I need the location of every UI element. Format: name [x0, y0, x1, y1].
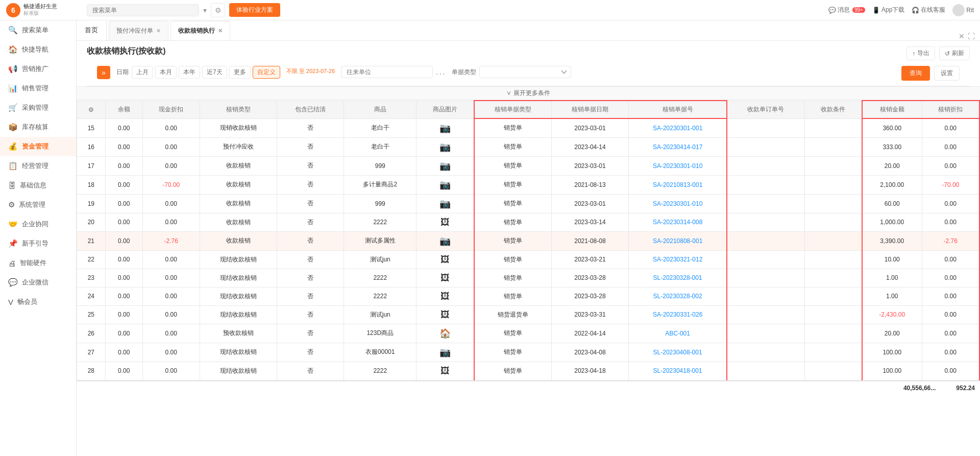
sidebar-item-label: 畅会员: [17, 297, 37, 306]
sidebar-item-basic-info[interactable]: 🗄 基础信息: [0, 176, 76, 195]
date-btn-more[interactable]: 更多: [229, 66, 251, 79]
export-button[interactable]: ↑ 导出: [906, 46, 935, 60]
voucher-link[interactable]: SA-20230314-008: [653, 219, 702, 226]
cell-cancel-voucher-no[interactable]: ABC-001: [628, 324, 727, 343]
cell-cancel-voucher-no[interactable]: SL-20230418-001: [628, 362, 727, 380]
sidebar-item-biz[interactable]: 📋 经营管理: [0, 156, 76, 176]
top-bar-middle: ▾ ⚙ 体验行业方案: [87, 3, 824, 17]
sidebar-item-vip[interactable]: V 畅会员: [0, 292, 76, 311]
voucher-link[interactable]: ABC-001: [665, 330, 690, 337]
voucher-link[interactable]: SA-20230414-017: [653, 143, 702, 151]
cell-cancel-voucher-no[interactable]: SL-20230328-002: [628, 287, 727, 305]
cell-cancel-voucher-date: 2021-08-13: [551, 175, 628, 194]
table-row: 200.000.00收款核销否2222🖼销货单2023-03-14SA-2023…: [77, 213, 980, 231]
voucher-link[interactable]: SA-20210813-001: [653, 181, 702, 188]
cell-cancel-type: 收款核销: [200, 231, 277, 250]
voucher-link[interactable]: SA-20230301-010: [653, 162, 702, 170]
sidebar-item-wechat[interactable]: 💬 企业微信: [0, 273, 76, 292]
sidebar-item-sys-mgmt[interactable]: ⚙ 系统管理: [0, 195, 76, 214]
sidebar-item-search-menu[interactable]: 🔍 搜索菜单: [0, 20, 76, 40]
th-include-settled: 包含已结清: [277, 101, 344, 118]
notification-label: 消息: [838, 6, 850, 14]
tab-prepay-close[interactable]: ✕: [156, 28, 161, 34]
counterpart-dots[interactable]: ...: [436, 67, 446, 77]
sidebar-item-fund[interactable]: 💰 资金管理: [0, 137, 76, 156]
voucher-link[interactable]: SA-20230301-010: [653, 200, 702, 207]
th-settings[interactable]: ⚙: [77, 101, 106, 118]
window-close-icon[interactable]: ✕: [959, 32, 965, 40]
tab-collection[interactable]: 收款核销执行 ✕: [170, 21, 230, 40]
cell-cancel-voucher-no[interactable]: SA-20210813-001: [628, 175, 727, 194]
cell-cancel-voucher-no[interactable]: SA-20230314-008: [628, 213, 727, 231]
voucher-link[interactable]: SA-20210808-001: [653, 237, 702, 245]
cell-product: 2222: [344, 213, 416, 231]
cell-cancel-type: 收款核销: [200, 175, 277, 194]
query-button[interactable]: 查询: [901, 66, 930, 81]
date-btn-7days[interactable]: 近7天: [202, 66, 227, 79]
date-btn-this-year[interactable]: 本年: [179, 66, 200, 79]
sidebar-item-marketing[interactable]: 📢 营销推广: [0, 59, 76, 79]
cell-cancel-discount: 0.00: [922, 269, 979, 287]
table-row: 240.000.00现结收款核销否2222🖼销货单2023-03-28SL-20…: [77, 287, 980, 305]
cell-cancel-voucher-no[interactable]: SL-20230408-001: [628, 343, 727, 362]
tab-prepay[interactable]: 预付冲应付单 ✕: [109, 21, 168, 40]
voucher-type-select[interactable]: [479, 66, 571, 78]
cell-cash-discount: 0.00: [142, 213, 200, 231]
settings-icon[interactable]: ⚙: [211, 3, 225, 17]
solution-button[interactable]: 体验行业方案: [229, 3, 280, 17]
top-bar-right: 💬 消息 99+ 📱 App下载 🎧 在线客服 Rit: [828, 4, 974, 16]
data-table: ⚙ 余额 现金折扣 核销类型 包含已结清 商品 商品图片 核销单据类型 核销单据…: [77, 100, 980, 380]
refresh-button[interactable]: ↺ 刷新: [939, 46, 970, 60]
cell-cancel-voucher-no[interactable]: SA-20230301-010: [628, 194, 727, 213]
cell-cancel-voucher-date: 2023-04-18: [551, 362, 628, 380]
top-bar: 6 畅捷通好生意 标准版 ▾ ⚙ 体验行业方案 💬 消息 99+ 📱 App下载…: [0, 0, 980, 20]
voucher-link[interactable]: SL-20230328-001: [653, 274, 702, 281]
voucher-link[interactable]: SA-20230321-012: [653, 256, 702, 263]
user-item[interactable]: Rit: [952, 4, 974, 16]
cell-cancel-voucher-no[interactable]: SA-20230301-001: [628, 118, 727, 137]
app-download-item[interactable]: 📱 App下载: [872, 6, 904, 14]
cell-cancel-voucher-no[interactable]: SA-20230301-010: [628, 156, 727, 175]
sidebar-item-corp-collab[interactable]: 🤝 企业协同: [0, 214, 76, 234]
cell-cancel-voucher-no[interactable]: SL-20230328-001: [628, 269, 727, 287]
sidebar-item-quick-nav[interactable]: 🏠 快捷导航: [0, 40, 76, 59]
dropdown-arrow-icon[interactable]: ▾: [203, 6, 207, 14]
expand-more-bar[interactable]: ∨ 展开更多条件: [77, 87, 980, 100]
counterpart-input[interactable]: [341, 66, 433, 78]
table-area: ⚙ 余额 现金折扣 核销类型 包含已结清 商品 商品图片 核销单据类型 核销单据…: [77, 100, 980, 456]
window-expand-icon[interactable]: ⛶: [968, 32, 975, 40]
sidebar-item-smart-hw[interactable]: 🖨 智能硬件: [0, 253, 76, 273]
cell-cancel-voucher-no[interactable]: SA-20230331-026: [628, 305, 727, 324]
brand-name: 畅捷通好生意: [23, 3, 57, 10]
voucher-link[interactable]: SL-20230328-002: [653, 293, 702, 300]
cell-cancel-voucher-no[interactable]: SA-20210808-001: [628, 231, 727, 250]
filter-toggle-button[interactable]: »: [97, 66, 110, 79]
filter-settings-button[interactable]: 设置: [934, 66, 960, 81]
cell-cancel-voucher-date: 2023-03-14: [551, 213, 628, 231]
th-cancel-discount: 核销折扣: [922, 101, 979, 118]
voucher-link[interactable]: SL-20230408-001: [653, 349, 702, 356]
cell-cancel-voucher-type: 销货单: [474, 287, 552, 305]
voucher-link[interactable]: SA-20230301-001: [653, 125, 702, 132]
customer-service-item[interactable]: 🎧 在线客服: [912, 6, 945, 14]
cell-cancel-voucher-no[interactable]: SA-20230321-012: [628, 250, 727, 269]
sidebar-item-sales[interactable]: 📊 销售管理: [0, 79, 76, 98]
voucher-link[interactable]: SA-20230331-026: [653, 311, 702, 318]
cell-cancel-amount: 333.00: [862, 137, 922, 156]
tab-collection-close[interactable]: ✕: [218, 28, 223, 34]
date-btn-custom[interactable]: 自定义: [253, 66, 280, 79]
date-btn-this-month[interactable]: 本月: [155, 66, 177, 79]
cell-cancel-voucher-no[interactable]: SA-20230414-017: [628, 137, 727, 156]
table-row: 150.000.00现销收款核销否老白干📷销货单2023-03-01SA-202…: [77, 118, 980, 137]
cell-receipt-condition: [804, 287, 862, 305]
sidebar-item-purchase[interactable]: 🛒 采购管理: [0, 98, 76, 117]
sidebar-item-beginner[interactable]: 📌 新手引导: [0, 234, 76, 253]
sidebar-item-inventory[interactable]: 📦 库存核算: [0, 117, 76, 137]
tab-home[interactable]: 首页: [77, 20, 107, 40]
search-input[interactable]: [87, 4, 199, 16]
date-btn-last-month[interactable]: 上月: [132, 66, 153, 79]
notification-item[interactable]: 💬 消息 99+: [828, 6, 865, 14]
cell-cancel-type: 现结收款核销: [200, 250, 277, 269]
sidebar-item-label: 企业协同: [22, 220, 48, 229]
voucher-link[interactable]: SL-20230418-001: [653, 367, 702, 374]
